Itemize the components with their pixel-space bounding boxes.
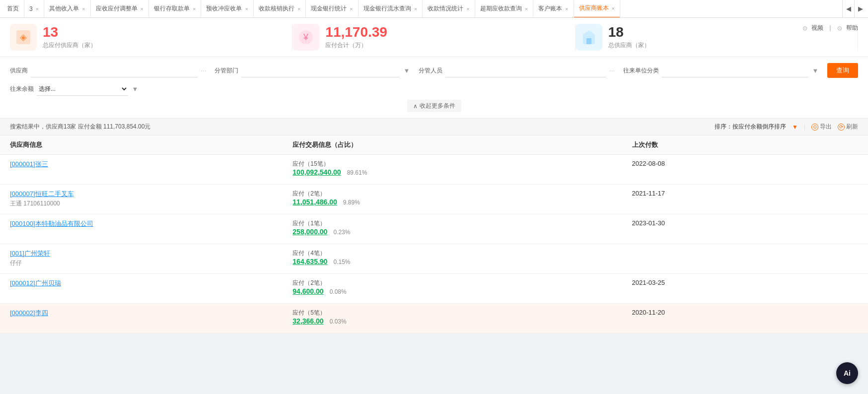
filter-person-label: 分管人员 <box>419 66 442 75</box>
category-dropdown-icon[interactable]: ▼ <box>811 66 819 74</box>
circle-icon: ⊙ <box>802 25 807 32</box>
stat-label-payable: 应付合计（万） <box>325 41 387 50</box>
export-action[interactable]: ⊙ 导出 <box>811 123 832 131</box>
close-icon[interactable]: × <box>193 6 196 12</box>
close-icon[interactable]: × <box>525 6 528 12</box>
query-button[interactable]: 查询 <box>827 63 858 78</box>
filter-row-1: 供应商 ··· 分管部门 ▼ 分管人员 ··· 往来单位分类 ▼ 查询 <box>10 63 858 78</box>
nav-tab-cash-flow[interactable]: 现金银行流水查询 × <box>359 0 423 18</box>
chevron-up-icon: ∧ <box>413 103 418 110</box>
nav-next-arrow[interactable]: ▶ <box>854 0 866 18</box>
trans-amount-link[interactable]: 258,000.00 <box>292 228 327 236</box>
col-header-lastpay: 上次付数 <box>632 140 858 149</box>
close-icon[interactable]: × <box>414 6 417 12</box>
nav-tab-customer-ledger[interactable]: 客户账本 × <box>533 0 574 18</box>
supplier-link[interactable]: [000001]张三 <box>10 160 48 168</box>
tab-label: 超期应收款查询 <box>480 4 522 13</box>
person-dots-icon[interactable]: ··· <box>609 66 615 74</box>
supplier-link[interactable]: [000012]广州贝瑞 <box>10 279 61 287</box>
supplier-cell: [000007]恒旺二手叉车 王通 17106110000 <box>10 190 292 208</box>
col-header-transaction: 应付交易信息（占比） <box>292 140 632 149</box>
sort-dropdown-icon[interactable]: ▼ <box>792 124 798 131</box>
svg-rect-6 <box>586 38 591 44</box>
collapse-button[interactable]: ∧ 收起更多条件 <box>407 100 461 112</box>
trans-label: 应付（2笔） <box>292 279 632 287</box>
close-icon[interactable]: × <box>612 5 615 11</box>
close-icon[interactable]: × <box>565 6 568 12</box>
close-icon[interactable]: × <box>82 6 85 12</box>
nav-tab-payment[interactable]: 收款核销执行 × <box>254 0 306 18</box>
stat-info-suppliers: 13 总应付供应商（家） <box>43 25 96 50</box>
balance-dropdown-icon[interactable]: ▼ <box>131 85 139 93</box>
supplier-dots-icon[interactable]: ··· <box>201 66 207 74</box>
trans-amount-link[interactable]: 11,051,486.00 <box>292 198 337 206</box>
trans-row: 100,092,540.00 89.61% <box>292 168 632 176</box>
nav-tab-supplier-ledger[interactable]: 供应商账本 × <box>574 0 620 18</box>
nav-arrows: ◀ ▶ <box>842 0 866 18</box>
nav-tab-bank[interactable]: 银行存取款单 × <box>149 0 201 18</box>
tab-label: 客户账本 <box>538 4 562 13</box>
trans-pct: 89.61% <box>347 169 367 176</box>
close-icon[interactable]: × <box>245 6 248 12</box>
result-summary: 搜索结果中，供应商13家 应付金额 111,703,854.00元 <box>10 123 150 131</box>
trans-label: 应付（4笔） <box>292 249 632 258</box>
trans-amount-link[interactable]: 100,092,540.00 <box>292 168 341 176</box>
nav-tab-overdue[interactable]: 超期应收款查询 × <box>475 0 533 18</box>
export-label: 导出 <box>820 123 832 131</box>
nav-prev-arrow[interactable]: ◀ <box>842 0 854 18</box>
supplier-cell: [001]广州荣轩 仔仔 <box>10 249 292 267</box>
refresh-action[interactable]: ⟳ 刷新 <box>838 123 858 131</box>
close-icon[interactable]: × <box>297 6 300 12</box>
trans-amount-link[interactable]: 94,600.00 <box>292 287 323 295</box>
nav-tab-other-income[interactable]: 其他收入单 × <box>44 0 90 18</box>
close-icon[interactable]: × <box>350 6 353 12</box>
close-icon[interactable]: × <box>36 6 39 12</box>
tab-label: 收款情况统计 <box>428 4 463 13</box>
stat-icon-store <box>576 24 602 51</box>
close-icon[interactable]: × <box>466 6 469 12</box>
supplier-link[interactable]: [001]广州荣轩 <box>10 250 50 257</box>
refresh-dot-icon: ⟳ <box>838 124 845 131</box>
dept-dropdown-icon[interactable]: ▼ <box>403 66 411 74</box>
supplier-link[interactable]: [000007]恒旺二手叉车 <box>10 190 74 197</box>
lastpay-cell: 2022-08-08 <box>632 160 858 167</box>
supplier-link[interactable]: [000002]李四 <box>10 309 48 317</box>
supplier-link[interactable]: [000100]本特勒油品有限公司 <box>10 220 93 227</box>
filter-category-label: 往来单位分类 <box>623 66 659 75</box>
trans-row: 258,000.00 0.23% <box>292 228 632 236</box>
balance-select[interactable]: 选择... <box>37 82 128 96</box>
dept-input[interactable] <box>241 64 400 77</box>
tab-label: 供应商账本 <box>579 4 609 12</box>
nav-tab-adjustment[interactable]: 应收应付调整单 × <box>91 0 149 18</box>
transaction-cell: 应付（5笔） 32,366.00 0.03% <box>292 309 632 325</box>
supplier-cell: [000012]广州贝瑞 <box>10 279 292 288</box>
nav-tab-home[interactable]: 首页 <box>2 0 24 18</box>
tab-label: 预收冲应收单 <box>206 4 242 13</box>
data-table: 供应商信息 应付交易信息（占比） 上次付数 [000001]张三 应付（15笔）… <box>0 135 868 333</box>
nav-tab-receipt-stat[interactable]: 收款情况统计 × <box>423 0 475 18</box>
close-icon[interactable]: × <box>141 6 144 12</box>
trans-label: 应付（5笔） <box>292 309 632 317</box>
filter-person: 分管人员 ··· <box>419 64 615 77</box>
stat-number-total: 18 <box>608 25 650 40</box>
supplier-cell: [000001]张三 <box>10 160 292 169</box>
tab-label: 现金银行流水查询 <box>363 4 411 13</box>
transaction-cell: 应付（1笔） 258,000.00 0.23% <box>292 219 632 236</box>
trans-row: 94,600.00 0.08% <box>292 287 632 295</box>
stat-icon-payable: ¥ <box>292 24 319 51</box>
trans-label: 应付（1笔） <box>292 219 632 228</box>
refresh-label: 刷新 <box>846 123 858 131</box>
nav-tab-3[interactable]: 3 × <box>24 0 44 18</box>
person-input[interactable] <box>445 64 606 77</box>
category-input[interactable] <box>662 64 809 77</box>
trans-amount-link[interactable]: 32,366.00 <box>292 317 323 325</box>
video-link[interactable]: 视频 <box>811 24 823 32</box>
nav-tab-cash-stat[interactable]: 现金银行统计 × <box>306 0 358 18</box>
help-link[interactable]: 帮助 <box>846 24 858 32</box>
trans-amount-link[interactable]: 164,635.90 <box>292 258 327 265</box>
svg-text:¥: ¥ <box>303 32 309 42</box>
lastpay-cell: 2021-03-25 <box>632 279 858 286</box>
supplier-input[interactable] <box>31 64 198 77</box>
nav-tab-advance[interactable]: 预收冲应收单 × <box>201 0 253 18</box>
stat-info-total: 18 总供应商（家） <box>608 25 650 50</box>
